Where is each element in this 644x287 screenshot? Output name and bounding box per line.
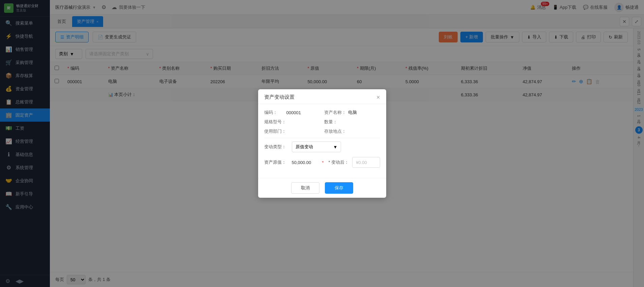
modal-overlay[interactable]: 资产变动设置 × 编码： 000001 资产名称： 电脑 规格型号：: [0, 0, 644, 287]
dialog-title: 资产变动设置: [264, 94, 295, 100]
dialog-quantity-field: 数量：: [324, 119, 380, 125]
dialog-name-field: 资产名称： 电脑: [324, 109, 380, 116]
change-type-label: 变动类型：: [264, 144, 288, 150]
dialog-location-field: 存放地点：: [324, 128, 380, 134]
dialog-footer: 取消 保存: [258, 178, 386, 198]
asset-change-dialog: 资产变动设置 × 编码： 000001 资产名称： 电脑 规格型号：: [258, 89, 386, 198]
original-value-label: 资产原值：: [264, 159, 288, 165]
dialog-dept-field: 使用部门：: [264, 128, 320, 134]
required-star: *: [322, 160, 324, 165]
after-value-input[interactable]: ¥0.00: [352, 157, 380, 168]
dialog-row-1: 编码： 000001 资产名称： 电脑: [264, 109, 380, 116]
quantity-label: 数量：: [324, 119, 344, 125]
dialog-row-2: 规格型号： 数量：: [264, 119, 380, 125]
dialog-change-type-row: 变动类型： 原值变动 ▼: [264, 141, 380, 152]
asset-name-value: 电脑: [348, 109, 357, 116]
change-type-arrow-icon: ▼: [333, 145, 338, 150]
original-value-display: 50,000.00: [292, 160, 319, 165]
spec-label: 规格型号：: [264, 119, 286, 125]
dialog-row-3: 使用部门： 存放地点：: [264, 128, 380, 134]
dialog-value-row: 资产原值： 50,000.00 * * 变动后： ¥0.00: [264, 157, 380, 168]
asset-name-label: 资产名称：: [324, 109, 346, 116]
dialog-divider: [264, 138, 380, 138]
location-label: 存放地点：: [324, 128, 346, 134]
dialog-code-field: 编码： 000001: [264, 109, 320, 116]
change-type-select[interactable]: 原值变动 ▼: [292, 141, 341, 152]
dept-label: 使用部门：: [264, 128, 286, 134]
dialog-spec-field: 规格型号：: [264, 119, 320, 125]
code-label: 编码：: [264, 109, 284, 116]
cancel-button[interactable]: 取消: [291, 182, 319, 194]
after-label: * 变动后：: [329, 159, 349, 165]
change-type-value: 原值变动: [296, 144, 313, 150]
dialog-header: 资产变动设置 ×: [258, 89, 386, 104]
dialog-close-btn[interactable]: ×: [376, 94, 380, 100]
save-button[interactable]: 保存: [325, 182, 353, 194]
after-placeholder: ¥0.00: [356, 160, 367, 165]
code-value: 000001: [286, 110, 301, 115]
dialog-body: 编码： 000001 资产名称： 电脑 规格型号： 数量：: [258, 104, 386, 178]
